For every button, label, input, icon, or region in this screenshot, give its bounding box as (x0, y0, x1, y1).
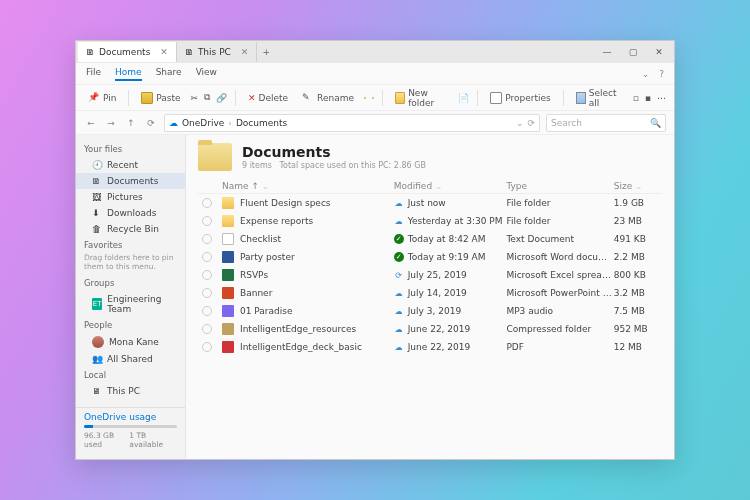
col-name[interactable]: Name ↑ ⌄ (222, 181, 394, 191)
sidebar-item-allshared[interactable]: 👥All Shared (76, 351, 185, 367)
help-icon[interactable]: ? (659, 69, 664, 79)
file-type-icon (222, 341, 234, 353)
file-type-icon (222, 251, 234, 263)
up-button[interactable]: ↑ (124, 118, 138, 128)
sidebar-item-person[interactable]: Mona Kane (76, 333, 185, 351)
page-title: Documents (242, 144, 426, 160)
file-modified: June 22, 2019 (408, 342, 471, 352)
pictures-icon: 🖼 (92, 192, 102, 202)
tab[interactable]: 🗎This PC✕ (177, 42, 258, 62)
chevron-down-icon[interactable]: ⌄ (516, 118, 524, 128)
file-type: Microsoft Excel spread… (506, 270, 613, 280)
file-type-icon (222, 305, 234, 317)
table-row[interactable]: RSVPs⟳July 25, 2019Microsoft Excel sprea… (198, 266, 662, 284)
sidebar-item[interactable]: 🗑Recycle Bin (76, 221, 185, 237)
file-name: IntelligentEdge_deck_basic (240, 342, 362, 352)
row-checkbox[interactable] (202, 216, 212, 226)
cut-icon[interactable]: ✂ (191, 93, 199, 103)
maximize-button[interactable]: ▢ (620, 47, 646, 57)
sidebar-item[interactable]: ⬇Downloads (76, 205, 185, 221)
menu-item[interactable]: View (196, 67, 217, 81)
row-checkbox[interactable] (202, 306, 212, 316)
new-item-icon[interactable]: 📄 (458, 93, 469, 103)
delete-button[interactable]: ✕Delete (244, 89, 292, 107)
select-all-button[interactable]: Select all (572, 89, 627, 107)
search-input[interactable]: Search 🔍 (546, 114, 666, 132)
row-checkbox[interactable] (202, 252, 212, 262)
column-headers[interactable]: Name ↑ ⌄ Modified ⌄ Type Size ⌄ (198, 177, 662, 194)
ribbon-collapse-icon[interactable]: ⌄ (642, 69, 650, 79)
copy-icon[interactable]: ⧉ (204, 92, 210, 103)
table-row[interactable]: 01 Paradise☁July 3, 2019MP3 audio7.5 MB (198, 302, 662, 320)
breadcrumb-root[interactable]: OneDrive (182, 118, 224, 128)
row-checkbox[interactable] (202, 342, 212, 352)
path-icon[interactable]: 🔗 (216, 93, 227, 103)
file-modified: Just now (408, 198, 446, 208)
breadcrumb-leaf[interactable]: Documents (236, 118, 287, 128)
select-all-icon (576, 92, 586, 104)
close-tab-icon[interactable]: ✕ (160, 47, 168, 57)
col-size[interactable]: Size ⌄ (614, 181, 662, 191)
history-icon[interactable]: ⟳ (527, 118, 535, 128)
col-type[interactable]: Type (506, 181, 613, 191)
tab-strip: 🗎Documents✕🗎This PC✕ (78, 42, 257, 62)
close-button[interactable]: ✕ (646, 47, 672, 57)
tab[interactable]: 🗎Documents✕ (78, 42, 177, 62)
menu-item[interactable]: Home (115, 67, 142, 81)
paste-button[interactable]: Paste (137, 89, 184, 107)
more-icon[interactable]: ⋯ (657, 93, 666, 103)
row-checkbox[interactable] (202, 288, 212, 298)
menu-item[interactable]: Share (156, 67, 182, 81)
file-type: File folder (506, 216, 613, 226)
new-tab-button[interactable]: + (257, 47, 275, 57)
row-checkbox[interactable] (202, 234, 212, 244)
properties-button[interactable]: Properties (486, 89, 554, 107)
sync-status-icon: ☁ (394, 342, 404, 352)
usage-bar (84, 425, 177, 428)
back-button[interactable]: ← (84, 118, 98, 128)
file-name: RSVPs (240, 270, 268, 280)
file-size: 1.9 GB (614, 198, 662, 208)
sync-status-icon: ✓ (394, 234, 404, 244)
select-none-icon[interactable]: ▫ (633, 93, 639, 103)
invert-selection-icon[interactable]: ▪ (645, 93, 651, 103)
table-row[interactable]: Party poster✓Today at 9:19 AMMicrosoft W… (198, 248, 662, 266)
sidebar-item[interactable]: 🗎Documents (76, 173, 185, 189)
table-row[interactable]: Expense reports☁Yesterday at 3:30 PMFile… (198, 212, 662, 230)
table-row[interactable]: Fluent Design specs☁Just nowFile folder1… (198, 194, 662, 212)
menu-item[interactable]: File (86, 67, 101, 81)
row-checkbox[interactable] (202, 324, 212, 334)
rename-button[interactable]: ✎Rename (298, 89, 358, 107)
sync-status-icon: ⟳ (394, 270, 404, 280)
file-size: 2.2 MB (614, 252, 662, 262)
file-type: File folder (506, 198, 613, 208)
favorites-hint: Drag folders here to pin them to this me… (76, 253, 185, 275)
file-type-icon (222, 197, 234, 209)
table-row[interactable]: IntelligentEdge_deck_basic☁June 22, 2019… (198, 338, 662, 356)
forward-button[interactable]: → (104, 118, 118, 128)
move-icon[interactable] (364, 97, 366, 99)
table-row[interactable]: Banner☁July 14, 2019Microsoft PowerPoint… (198, 284, 662, 302)
rename-icon: ✎ (302, 92, 314, 104)
sidebar-item[interactable]: 🖼Pictures (76, 189, 185, 205)
people-icon: 👥 (92, 354, 102, 364)
minimize-button[interactable]: — (594, 47, 620, 57)
sidebar-item-thispc[interactable]: 🖥This PC (76, 383, 185, 399)
sidebar-item[interactable]: 🕘Recent (76, 157, 185, 173)
table-row[interactable]: IntelligentEdge_resources☁June 22, 2019C… (198, 320, 662, 338)
refresh-button[interactable]: ⟳ (144, 118, 158, 128)
file-size: 12 MB (614, 342, 662, 352)
row-checkbox[interactable] (202, 198, 212, 208)
table-row[interactable]: Checklist✓Today at 8:42 AMText Document4… (198, 230, 662, 248)
main-pane: Documents 9 items Total space used on th… (186, 135, 674, 459)
row-checkbox[interactable] (202, 270, 212, 280)
sidebar-item-group[interactable]: ETEngineering Team (76, 291, 185, 317)
file-size: 491 KB (614, 234, 662, 244)
pin-button[interactable]: 📌Pin (84, 89, 120, 107)
properties-icon (490, 92, 502, 104)
breadcrumb[interactable]: ☁ OneDrive › Documents ⌄ ⟳ (164, 114, 540, 132)
col-modified[interactable]: Modified ⌄ (394, 181, 507, 191)
copy-to-icon[interactable] (372, 97, 374, 99)
new-folder-button[interactable]: New folder (391, 89, 453, 107)
close-tab-icon[interactable]: ✕ (241, 47, 249, 57)
